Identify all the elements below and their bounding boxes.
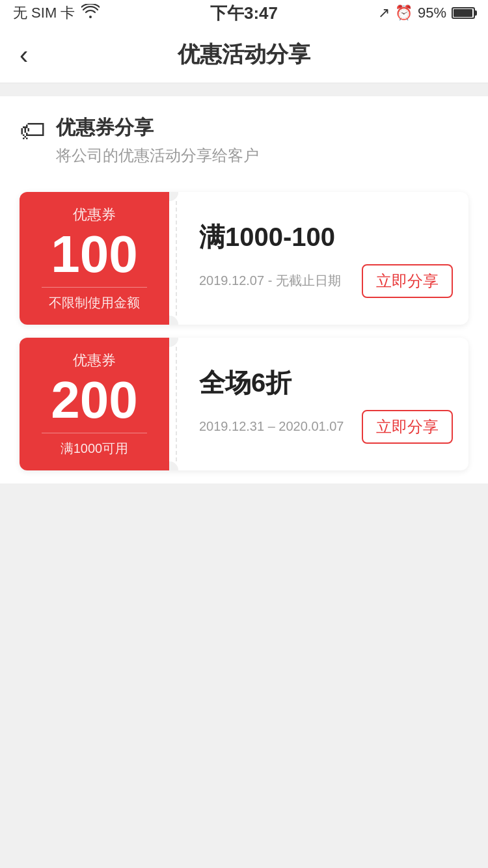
status-right: ↗ ⏰ 95% xyxy=(378,5,475,21)
section-text: 优惠券分享 将公司的优惠活动分享给客户 xyxy=(56,115,259,166)
section-divider xyxy=(0,83,488,96)
status-bar: 无 SIM 卡 下午3:47 ↗ ⏰ 95% xyxy=(0,0,488,26)
page-title: 优惠活动分享 xyxy=(178,40,310,70)
section-header: 🏷 优惠券分享 将公司的优惠活动分享给客户 xyxy=(0,96,488,179)
coupon-notch-1 xyxy=(169,192,183,325)
coupon-date-1: 2019.12.07 - 无截止日期 xyxy=(199,272,341,290)
coupon-amount-2: 200 xyxy=(51,374,137,426)
battery-percent: 95% xyxy=(418,5,446,21)
status-left: 无 SIM 卡 xyxy=(13,3,100,23)
nav-bar: ‹ 优惠活动分享 xyxy=(0,26,488,83)
coupon-card-2: 优惠券 200 满1000可用 全场6折 2019.12.31 – 2020.0… xyxy=(20,338,468,470)
coupon-divider-2 xyxy=(42,433,147,433)
coupon-left-1: 优惠券 100 不限制使用金额 xyxy=(20,192,169,325)
alarm-icon: ⏰ xyxy=(395,5,413,21)
back-button[interactable]: ‹ xyxy=(20,42,28,68)
coupon-right-2: 全场6折 2019.12.31 – 2020.01.07 立即分享 xyxy=(183,338,468,470)
share-button-2[interactable]: 立即分享 xyxy=(362,410,453,444)
location-icon: ↗ xyxy=(378,5,390,21)
coupon-condition-2: 满1000可用 xyxy=(61,440,129,457)
coupon-notch-2 xyxy=(169,338,183,470)
coupon-dashed-1 xyxy=(176,201,177,316)
coupon-list: 优惠券 100 不限制使用金额 满1000-100 2019.12.07 - 无… xyxy=(0,179,488,483)
coupon-date-2: 2019.12.31 – 2020.01.07 xyxy=(199,419,344,434)
coupon-meta-2: 2019.12.31 – 2020.01.07 立即分享 xyxy=(199,410,453,444)
coupon-right-1: 满1000-100 2019.12.07 - 无截止日期 立即分享 xyxy=(183,192,468,325)
coupon-type-1: 优惠券 xyxy=(73,205,116,224)
section-subtitle: 将公司的优惠活动分享给客户 xyxy=(56,145,259,166)
coupon-divider-1 xyxy=(42,287,147,288)
coupon-dashed-2 xyxy=(176,347,177,461)
status-time: 下午3:47 xyxy=(210,2,278,25)
coupon-name-1: 满1000-100 xyxy=(199,219,453,255)
wifi-icon xyxy=(81,4,100,22)
share-button-1[interactable]: 立即分享 xyxy=(362,264,453,298)
coupon-name-2: 全场6折 xyxy=(199,365,453,401)
coupon-meta-1: 2019.12.07 - 无截止日期 立即分享 xyxy=(199,264,453,298)
carrier-text: 无 SIM 卡 xyxy=(13,3,75,23)
coupon-type-2: 优惠券 xyxy=(73,351,116,370)
coupon-amount-1: 100 xyxy=(51,228,137,280)
battery-icon xyxy=(452,7,475,19)
coupon-card-1: 优惠券 100 不限制使用金额 满1000-100 2019.12.07 - 无… xyxy=(20,192,468,325)
coupon-left-2: 优惠券 200 满1000可用 xyxy=(20,338,169,470)
section-title: 优惠券分享 xyxy=(56,115,259,141)
section-icon: 🏷 xyxy=(20,116,46,145)
coupon-condition-1: 不限制使用金额 xyxy=(49,294,140,312)
